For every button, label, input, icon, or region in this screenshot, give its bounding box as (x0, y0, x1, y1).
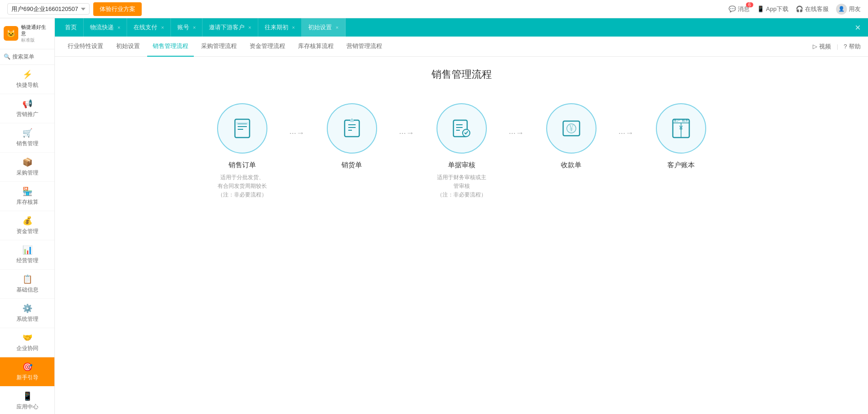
nav-tab-wuliu[interactable]: 物流快递 × (84, 18, 127, 37)
nav-tab-chushi-close[interactable]: × (335, 25, 338, 30)
sidebar-item-jichu[interactable]: 📋 基础信息 (0, 270, 54, 299)
flow-circle-xiaoshou-dingdan (217, 103, 267, 154)
help-label: 帮助 (849, 42, 861, 51)
sidebar-label-jichu: 基础信息 (16, 286, 38, 294)
nav-tab-wuliu-close[interactable]: × (117, 25, 120, 30)
sub-tab-hangye[interactable]: 行业特性设置 (62, 37, 109, 57)
flash-icon: ⚡ (22, 69, 32, 80)
flow-arrow-1: ···→ (283, 103, 311, 138)
nav-tab-wanglai[interactable]: 往来期初 × (258, 18, 302, 37)
sidebar-item-xinshou[interactable]: 🎯 新手引导 (0, 357, 54, 387)
top-bar: 用户690企业1660120507 体验行业方案 💬 消息 6 📱 App下载 … (0, 0, 868, 18)
online-service-item[interactable]: 🎧 在线客服 (796, 5, 829, 13)
sub-tab-caigou-label: 采购管理流程 (201, 42, 237, 50)
logo-area: 🐱 畅捷通好生意 标准版 (0, 18, 54, 49)
sub-tab-xiaoshou[interactable]: 销售管理流程 (147, 37, 194, 57)
chart-icon: 📊 (22, 245, 32, 255)
message-icon-item[interactable]: 💬 消息 6 (729, 5, 750, 13)
sidebar-item-jingying[interactable]: 📊 经营管理 (0, 240, 54, 270)
sub-tab-zijin[interactable]: 资金管理流程 (244, 37, 291, 57)
sidebar-item-kucun[interactable]: 🏪 库存核算 (0, 182, 54, 211)
sidebar-label-jingying: 经营管理 (16, 257, 38, 265)
nav-tabs-bar: 首页 物流快递 × 在线支付 × 账号 × 邀请下游客户 × 往来期初 × (55, 18, 868, 37)
user-avatar-item[interactable]: 👤 用友 (836, 4, 861, 15)
app-download-label: App下载 (766, 5, 788, 13)
arrow-icon-3: ···→ (509, 128, 524, 138)
sidebar: 🐱 畅捷通好生意 标准版 🔍 搜索菜单 ⚡ 快捷导航 📢 营销推广 🛒 销售管理… (0, 18, 55, 414)
question-icon: ? (844, 43, 847, 50)
message-badge: 6 (746, 2, 753, 7)
arrow-icon-4: ···→ (618, 128, 634, 138)
sidebar-item-yingyong[interactable]: 📱 应用中心 (0, 387, 54, 414)
handshake-icon: 🤝 (22, 333, 32, 343)
cart-icon: 🛒 (22, 128, 32, 138)
avatar: 👤 (836, 4, 847, 15)
sidebar-item-caigou[interactable]: 📦 采购管理 (0, 153, 54, 182)
flow-arrow-2: ···→ (393, 103, 421, 138)
video-action[interactable]: ▷ 视频 (813, 42, 831, 51)
nav-tab-wanglai-label: 往来期初 (265, 23, 288, 32)
close-all-tabs[interactable]: ✕ (851, 23, 864, 32)
nav-tab-zhifu[interactable]: 在线支付 × (127, 18, 170, 37)
svg-text:客户: 客户 (674, 119, 680, 122)
flow-name-zhangben: 客户账本 (667, 161, 695, 170)
svg-text:¥: ¥ (679, 124, 683, 132)
sidebar-label-yingxiao: 营销推广 (16, 111, 38, 118)
video-label: 视频 (819, 42, 831, 51)
help-action[interactable]: ? 帮助 (844, 42, 861, 51)
flow-name-xiaoshou-dingdan: 销售订单 (229, 161, 256, 170)
flow-item-xiaoshou-dingdan: 销售订单 适用于分批发货、有合同发货周期较长（注：非必要流程） (201, 103, 283, 200)
sidebar-label-zijin: 资金管理 (16, 228, 38, 235)
search-label: 搜索菜单 (12, 53, 34, 61)
flow-arrow-4: ···→ (612, 103, 640, 138)
logo-title: 畅捷通好生意 (21, 24, 51, 37)
top-bar-right: 💬 消息 6 📱 App下载 🎧 在线客服 👤 用友 (729, 4, 861, 15)
sidebar-label-kuaijie: 快捷导航 (16, 81, 38, 89)
page-title: 销售管理流程 (73, 68, 850, 81)
online-service-label: 在线客服 (805, 5, 829, 13)
nav-tab-zhifu-label: 在线支付 (133, 23, 157, 32)
sub-tab-kucun[interactable]: 库存核算流程 (293, 37, 339, 57)
svg-rect-4 (236, 122, 248, 125)
nav-tab-chushi-label: 初始设置 (308, 23, 332, 32)
main-layout: 🐱 畅捷通好生意 标准版 🔍 搜索菜单 ⚡ 快捷导航 📢 营销推广 🛒 销售管理… (0, 18, 868, 414)
sub-tab-yingxiao[interactable]: 营销管理流程 (341, 37, 388, 57)
sidebar-item-qiye[interactable]: 🤝 企业协同 (0, 328, 54, 357)
nav-tab-zhang-label: 账号 (177, 23, 189, 32)
nav-tab-chushi[interactable]: 初始设置 × (302, 18, 345, 37)
experience-btn[interactable]: 体验行业方案 (93, 2, 142, 16)
nav-tab-yaoqing[interactable]: 邀请下游客户 × (202, 18, 258, 37)
nav-tab-yaoqing-close[interactable]: × (248, 25, 251, 30)
flow-item-shenhe: 单据审核 适用于财务审核或主管审核（注：非必要流程） (421, 103, 503, 200)
sidebar-item-kuaijie[interactable]: ⚡ 快捷导航 (0, 65, 54, 94)
gear-icon: ⚙️ (22, 303, 32, 313)
nav-tab-zhifu-close[interactable]: × (161, 25, 164, 30)
mobile-icon: 📱 (22, 391, 32, 401)
sub-tab-xiaoshou-label: 销售管理流程 (153, 42, 188, 50)
sidebar-item-xitong[interactable]: ⚙️ 系统管理 (0, 299, 54, 328)
sidebar-item-xiaoshou[interactable]: 🛒 销售管理 (0, 123, 54, 153)
app-download-item[interactable]: 📱 App下载 (757, 5, 788, 13)
user-selector[interactable]: 用户690企业1660120507 (7, 3, 90, 15)
nav-tab-home-label: 首页 (65, 23, 77, 32)
content-area: 首页 物流快递 × 在线支付 × 账号 × 邀请下游客户 × 往来期初 × (55, 18, 868, 414)
play-icon: ▷ (813, 43, 817, 50)
audit-icon (450, 117, 474, 140)
money-icon: 💰 (22, 216, 32, 226)
sidebar-search[interactable]: 🔍 搜索菜单 (0, 49, 54, 65)
sidebar-item-yingxiao[interactable]: 📢 营销推广 (0, 94, 54, 123)
box-icon: 📦 (22, 157, 32, 167)
nav-tab-zhang[interactable]: 账号 × (171, 18, 202, 37)
logo-icon: 🐱 (4, 26, 18, 41)
sidebar-item-zijin[interactable]: 💰 资金管理 (0, 211, 54, 240)
list-icon: 📋 (22, 274, 32, 284)
sub-tab-caigou[interactable]: 采购管理流程 (196, 37, 242, 57)
sub-tab-zijin-label: 资金管理流程 (250, 42, 285, 50)
nav-tab-home[interactable]: 首页 (59, 18, 84, 37)
sub-tab-chushi[interactable]: 初始设置 (111, 37, 145, 57)
nav-tab-wanglai-close[interactable]: × (292, 25, 295, 30)
sub-tabs-bar: 行业特性设置 初始设置 销售管理流程 采购管理流程 资金管理流程 库存核算流程 … (55, 37, 868, 57)
flow-name-shenhe: 单据审核 (448, 161, 475, 170)
logo-sub: 标准版 (21, 37, 51, 43)
nav-tab-zhang-close[interactable]: × (193, 25, 196, 30)
